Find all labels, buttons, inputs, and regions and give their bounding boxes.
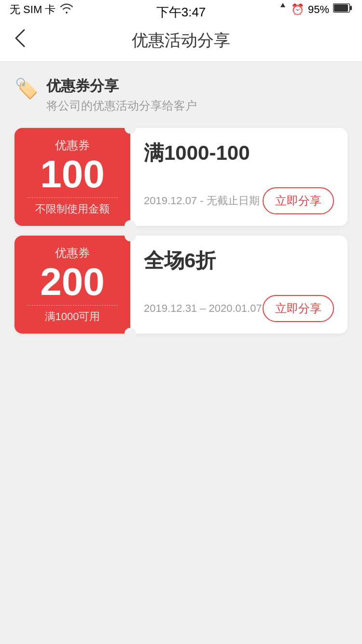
coupons-container: 优惠券 100 不限制使用金额 满1000-100 2019.12.07 - 无… <box>0 123 362 348</box>
svg-rect-2 <box>334 4 348 12</box>
scallop-top-0 <box>125 122 136 134</box>
status-right: ⏰ 95% <box>278 3 352 16</box>
carrier-text: 无 SIM 卡 <box>10 2 56 17</box>
page-title: 优惠活动分享 <box>132 29 230 52</box>
coupon-condition-1: 满1000可用 <box>45 309 100 324</box>
coupon-date-0: 2019.12.07 - 无截止日期 <box>144 194 260 208</box>
coupon-divider-0 <box>27 197 117 198</box>
section-header: 🏷️ 优惠券分享 将公司的优惠活动分享给客户 <box>0 62 362 123</box>
coupon-left-inner-1: 优惠券 200 满1000可用 <box>22 245 123 324</box>
coupon-amount-1: 200 <box>40 263 104 301</box>
coupon-left-inner-0: 优惠券 100 不限制使用金额 <box>22 138 123 216</box>
wifi-icon <box>59 3 74 16</box>
coupon-divider-1 <box>27 305 117 306</box>
empty-area <box>0 348 362 589</box>
share-button-1[interactable]: 立即分享 <box>263 295 334 322</box>
coupon-condition-0: 不限制使用金额 <box>35 202 110 216</box>
svg-rect-1 <box>350 6 352 10</box>
status-time: 下午3:47 <box>156 4 206 21</box>
coupon-name-1: 全场6折 <box>144 247 334 274</box>
status-bar: 无 SIM 卡 下午3:47 ⏰ 95% <box>0 0 362 19</box>
coupon-footer-0: 2019.12.07 - 无截止日期 立即分享 <box>144 187 334 214</box>
coupon-name-0: 满1000-100 <box>144 140 334 167</box>
section-text-group: 优惠券分享 将公司的优惠活动分享给客户 <box>46 76 197 113</box>
coupon-type-0: 优惠券 <box>55 138 90 153</box>
coupon-left-0: 优惠券 100 不限制使用金额 <box>14 128 130 226</box>
coupon-type-1: 优惠券 <box>55 245 90 261</box>
coupon-section-icon: 🏷️ <box>14 77 39 100</box>
coupon-amount-0: 100 <box>40 155 104 194</box>
coupon-card-wrapper-0: 优惠券 100 不限制使用金额 满1000-100 2019.12.07 - 无… <box>14 128 348 226</box>
scallop-bottom-1 <box>125 328 136 339</box>
share-button-0[interactable]: 立即分享 <box>263 187 334 214</box>
scallop-top-1 <box>125 230 136 241</box>
battery-icon <box>333 3 352 16</box>
section-subtitle: 将公司的优惠活动分享给客户 <box>46 98 197 113</box>
coupon-right-1: 全场6折 2019.12.31 – 2020.01.07 立即分享 <box>130 236 348 334</box>
coupon-card-0: 优惠券 100 不限制使用金额 满1000-100 2019.12.07 - 无… <box>14 128 348 226</box>
battery-text: 95% <box>308 3 329 16</box>
status-left: 无 SIM 卡 <box>10 2 74 17</box>
nav-bar: 优惠活动分享 <box>0 19 362 62</box>
coupon-left-1: 优惠券 200 满1000可用 <box>14 236 130 334</box>
alarm-icon: ⏰ <box>291 3 304 16</box>
coupon-footer-1: 2019.12.31 – 2020.01.07 立即分享 <box>144 295 334 322</box>
coupon-card-1: 优惠券 200 满1000可用 全场6折 2019.12.31 – 2020.0… <box>14 236 348 334</box>
back-button[interactable] <box>14 29 25 52</box>
location-icon <box>278 3 287 16</box>
coupon-right-0: 满1000-100 2019.12.07 - 无截止日期 立即分享 <box>130 128 348 226</box>
coupon-date-1: 2019.12.31 – 2020.01.07 <box>144 302 262 315</box>
coupon-card-wrapper-1: 优惠券 200 满1000可用 全场6折 2019.12.31 – 2020.0… <box>14 236 348 334</box>
section-title: 优惠券分享 <box>46 76 197 96</box>
